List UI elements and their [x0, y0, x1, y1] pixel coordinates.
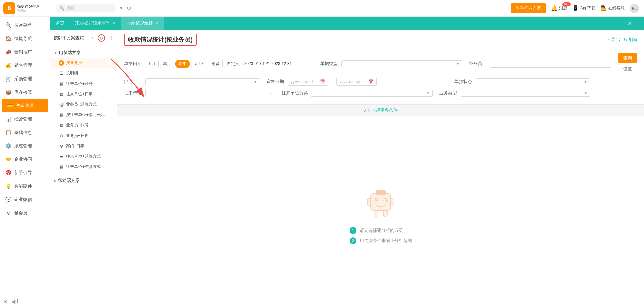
export-btn[interactable]: ↑ 导出: [608, 37, 621, 43]
svg-rect-9: [391, 199, 394, 205]
query-btn[interactable]: 查询: [618, 53, 637, 63]
salesman-settle-icon: 📊: [59, 102, 64, 107]
salesman-date-icon: ⊙: [59, 133, 64, 139]
scheme-item-partner-date[interactable]: ▦ 往来单位+日期: [50, 89, 117, 99]
sidebar-item-system[interactable]: ⚙️ 系统管理: [0, 139, 50, 153]
search-settings-btn[interactable]: 设置: [618, 64, 637, 74]
refresh-btn[interactable]: ↻ 刷新: [624, 37, 637, 43]
left-panel-add-btn[interactable]: +: [89, 34, 96, 42]
scheme-item-partner-dept[interactable]: ▦ 按往来单位+部门+收...: [50, 110, 117, 120]
sidebar-item-basic[interactable]: 📋 基础信息: [0, 126, 50, 139]
svg-rect-11: [383, 210, 387, 216]
scheme-item-salesman-date[interactable]: ⊙ 业务员+日期: [50, 131, 117, 141]
scheme-group-desktop-header[interactable]: ▼ 电脑端方案: [50, 48, 117, 58]
sidebar-item-enterprise[interactable]: 🤝 企业协同: [0, 153, 50, 166]
empty-step-1: 1 请先选择要分析的方案: [350, 227, 412, 234]
dept-select[interactable]: ▼: [145, 78, 260, 85]
collapse-icon: ∧∧: [364, 108, 370, 113]
svg-point-7: [385, 199, 387, 201]
date-selector: 上月 本月 本年 近7天 更多 自定义: [145, 60, 242, 68]
scheme-item-salesman-account[interactable]: ▦ 业务员+账号: [50, 120, 117, 131]
right-content: 收款情况统计(按业务员) ↑ 导出 ↻ 刷新: [117, 30, 644, 308]
salesman-label: 业务员: [469, 61, 487, 67]
biz-type-item: 业务类型 ▼: [439, 90, 590, 97]
phone-icon: 📱: [572, 5, 579, 11]
date-btn-7days[interactable]: 近7天: [191, 60, 207, 68]
wechat-nav-icon: 💬: [5, 196, 12, 203]
topbar: 🔍 搜索 ▼ ⚙ 体验行业方案 🔔 消息 99+ 📱 App下载 💁 在线客服 …: [50, 0, 644, 17]
doc-type-select[interactable]: ▼: [341, 60, 463, 67]
date-btn-custom[interactable]: 自定义: [224, 60, 242, 68]
tab-bank-close[interactable]: ✕: [112, 21, 116, 26]
scheme-item-partner-account[interactable]: ▦ 往来单位+账号: [50, 79, 117, 89]
scheme-group-mobile: ▶ 移动端方案: [50, 174, 117, 187]
topbar-search[interactable]: 🔍 搜索: [55, 4, 116, 12]
tab-receipt-close[interactable]: ✕: [155, 21, 158, 26]
date-btn-this-year[interactable]: 本年: [175, 60, 190, 68]
left-panel-collapse-btn[interactable]: 《: [106, 34, 114, 42]
search-topbar-icon: 🔍: [59, 6, 64, 11]
sidebar-item-operation[interactable]: 📊 经营管理: [0, 112, 50, 126]
tab-bank[interactable]: 现金银行流水查询 ✕: [70, 17, 121, 30]
empty-graphic: [361, 180, 401, 220]
messages-icon-area[interactable]: 🔔 消息 99+: [551, 5, 567, 11]
window-close-btn[interactable]: ✕: [628, 20, 632, 27]
sidebar-item-quicknav[interactable]: 🏠 快捷导航: [0, 32, 50, 45]
sidebar-item-search[interactable]: 🔍 搜索菜单: [0, 18, 50, 32]
sidebar-item-finance[interactable]: 💳 资金管理: [2, 99, 48, 112]
tab-receipt[interactable]: 收款情况统计 ✕: [121, 17, 164, 30]
sidebar-item-wechat[interactable]: 💬 企业微信: [0, 193, 50, 206]
left-panel-settings-btn[interactable]: ⚙: [98, 34, 105, 42]
trial-btn[interactable]: 体验行业方案: [511, 3, 546, 13]
date-btn-more[interactable]: 更多: [209, 60, 223, 68]
finance-nav-icon: 💳: [7, 102, 13, 109]
online-service-area[interactable]: 💁 在线客服: [600, 5, 625, 11]
doc-status-select[interactable]: ▼: [476, 78, 590, 85]
svg-rect-8: [367, 199, 371, 205]
review-date-end[interactable]: yyyy-mm-dd 📅: [336, 78, 377, 86]
scheme-item-salesman-settle[interactable]: 📊 业务员+结算方式: [50, 99, 117, 110]
date-btn-last-month[interactable]: 上月: [145, 60, 159, 68]
sidebar-item-newguide[interactable]: 🎯 新手引导: [0, 166, 50, 179]
sidebar-item-hardware[interactable]: 💡 智能硬件: [0, 179, 50, 193]
topbar-dropdown-icon[interactable]: ▼: [119, 6, 123, 11]
collapse-more-btn[interactable]: ∧∧ 收起更多条件: [364, 107, 398, 113]
sidebar-item-marketing[interactable]: 📣 营销推广: [0, 45, 50, 59]
biz-type-select[interactable]: ▼: [461, 90, 590, 97]
scheme-group-mobile-arrow: ▶: [54, 178, 56, 183]
scheme-group-mobile-header[interactable]: ▶ 移动端方案: [50, 175, 117, 186]
window-maximize-btn[interactable]: ⛶: [635, 20, 641, 27]
partner-select[interactable]: ···: [145, 89, 275, 97]
review-date-start[interactable]: yyyy-mm-dd 📅: [288, 78, 328, 86]
scheme-item-partner-settle2[interactable]: ▦ 往来单位+结算方式: [50, 162, 117, 172]
sidebar-item-sales[interactable]: 💰 销售管理: [0, 59, 50, 72]
content-wrapper: 按以下方案查询 + ⚙ 《 ▼ 电脑端方案: [50, 30, 644, 308]
date-btn-this-month[interactable]: 本月: [160, 60, 174, 68]
scheme-item-by-salesman[interactable]: 按业务员: [50, 58, 117, 68]
collapse-bar: ∧∧ 收起更多条件: [117, 105, 644, 116]
sidebar-collapse-btn[interactable]: ◀II: [11, 298, 18, 305]
scheme-item-partner-settle1[interactable]: ☰ 往来单位+结算方式: [50, 151, 117, 162]
biz-type-label: 业务类型: [439, 90, 458, 96]
scheme-item-by-detail[interactable]: ☰ 按明细: [50, 68, 117, 79]
sidebar-item-member[interactable]: V 畅会员: [0, 206, 50, 220]
logo-area: 6 畅捷通好生意 标准版: [0, 0, 50, 17]
salesman-more-icon[interactable]: ···: [605, 61, 608, 66]
salesman-select[interactable]: ···: [490, 60, 611, 68]
sidebar-settings-btn[interactable]: ⚙: [3, 298, 8, 305]
review-date-item: 审核日期 yyyy-mm-dd 📅 — yyyy-mm-dd 📅: [267, 78, 448, 86]
partner-more-btn[interactable]: ···: [269, 91, 272, 95]
partner-label: 往来单位: [124, 90, 143, 96]
purchase-nav-icon: 🛒: [5, 75, 12, 82]
main-area: 🔍 搜索 ▼ ⚙ 体验行业方案 🔔 消息 99+ 📱 App下载 💁 在线客服 …: [50, 0, 644, 308]
app-download-area[interactable]: 📱 App下载: [572, 5, 595, 11]
tabbar: 首页 现金银行流水查询 ✕ 收款情况统计 ✕ ✕ ⛶: [50, 17, 644, 30]
scheme-item-dept-date[interactable]: ⊙ 部门+日期: [50, 141, 117, 151]
sidebar-item-inventory[interactable]: 📦 库存核算: [0, 86, 50, 99]
topbar-gear-icon[interactable]: ⚙: [127, 5, 131, 11]
partner-category-select[interactable]: ▼: [311, 90, 433, 97]
sidebar-item-purchase[interactable]: 🛒 采购管理: [0, 72, 50, 86]
dept-date-icon: ⊙: [59, 144, 64, 149]
user-avatar[interactable]: Rit: [630, 4, 639, 13]
tab-home[interactable]: 首页: [50, 17, 70, 30]
